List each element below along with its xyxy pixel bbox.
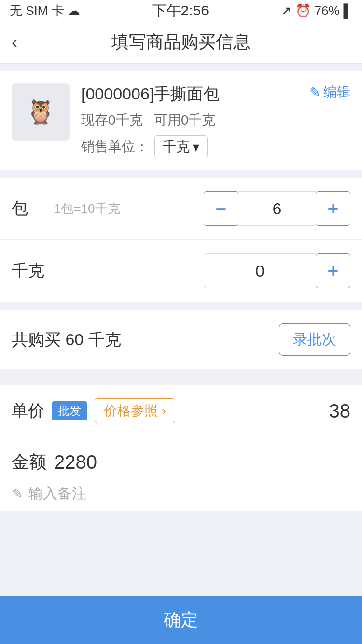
product-stock: 现存0千克 可用0千克 <box>81 111 350 129</box>
unit-value: 千克 <box>163 138 190 156</box>
product-card: 🦉 [0000006]手撕面包 现存0千克 可用0千克 销售单位： 千克 ▾ ✎… <box>0 71 362 170</box>
price-section: 单价 批发 价格参照 › 38 <box>0 385 362 437</box>
unit-select[interactable]: 千克 ▾ <box>154 135 208 158</box>
remark-row[interactable]: ✎ 输入备注 <box>12 484 350 504</box>
edit-icon: ✎ <box>309 84 320 100</box>
amount-section: 金额 2280 ✎ 输入备注 <box>0 437 362 608</box>
remark-icon: ✎ <box>12 486 23 502</box>
amount-row: 金额 2280 <box>12 450 350 474</box>
price-label: 单价 <box>12 400 44 422</box>
kg-label: 千克 <box>12 260 50 282</box>
summary-text: 共购买 60 千克 <box>12 329 121 351</box>
confirm-button[interactable]: 确定 <box>0 596 362 644</box>
kg-controls: + <box>204 253 350 288</box>
section-divider <box>0 369 362 377</box>
kg-plus-button[interactable]: + <box>316 253 350 288</box>
bao-quantity-row: 包 1包=10千克 − + <box>0 178 362 240</box>
summary-row: 共购买 60 千克 录批次 <box>0 310 362 369</box>
amount-card: 金额 2280 ✎ 输入备注 <box>0 437 362 511</box>
stock-value: 现存0千克 <box>81 112 143 127</box>
location-icon: ↗ <box>281 3 292 18</box>
price-row: 单价 批发 价格参照 › 38 <box>12 398 350 423</box>
edit-label: 编辑 <box>323 83 350 101</box>
kg-quantity-row: 千克 + <box>0 240 362 302</box>
status-time: 下午2:56 <box>152 1 209 21</box>
edit-button[interactable]: ✎ 编辑 <box>309 83 350 101</box>
amount-value: 2280 <box>54 451 97 473</box>
product-image: 🦉 <box>12 83 70 141</box>
page-title: 填写商品购买信息 <box>111 30 251 54</box>
gray-filler <box>0 511 362 608</box>
status-right: ↗ ⏰ 76% ▌ <box>281 3 352 18</box>
unit-label: 销售单位： <box>81 138 149 156</box>
bao-label: 包 <box>12 197 50 220</box>
dropdown-icon: ▾ <box>193 139 199 155</box>
bao-hint: 1包=10千克 <box>54 200 204 217</box>
alarm-icon: ⏰ <box>295 3 311 18</box>
product-unit-row: 销售单位： 千克 ▾ <box>81 135 350 158</box>
bao-controls: − + <box>204 191 350 226</box>
status-left: 无 SIM 卡 ☁ <box>10 2 80 19</box>
battery-icon: ▌ <box>344 3 352 18</box>
quantity-section: 包 1包=10千克 − + 千克 + <box>0 178 362 302</box>
battery-indicator: 76% <box>315 3 340 18</box>
price-value: 38 <box>329 400 351 422</box>
nav-bar: ‹ 填写商品购买信息 <box>0 21 362 64</box>
kg-quantity-input[interactable] <box>204 253 316 288</box>
bao-plus-button[interactable]: + <box>316 191 350 226</box>
product-thumbnail-icon: 🦉 <box>26 98 55 126</box>
bao-quantity-input[interactable] <box>238 191 316 226</box>
remark-placeholder: 输入备注 <box>28 484 86 504</box>
batch-button[interactable]: 录批次 <box>279 323 350 356</box>
bao-minus-button[interactable]: − <box>204 191 238 226</box>
price-tag: 批发 <box>52 401 87 420</box>
price-ref-button[interactable]: 价格参照 › <box>95 398 175 423</box>
available-value: 可用0千克 <box>154 112 216 127</box>
status-bar: 无 SIM 卡 ☁ 下午2:56 ↗ ⏰ 76% ▌ <box>0 0 362 21</box>
sim-indicator: 无 SIM 卡 ☁ <box>10 2 80 19</box>
amount-label: 金额 <box>12 450 46 474</box>
back-button[interactable]: ‹ <box>12 32 17 53</box>
